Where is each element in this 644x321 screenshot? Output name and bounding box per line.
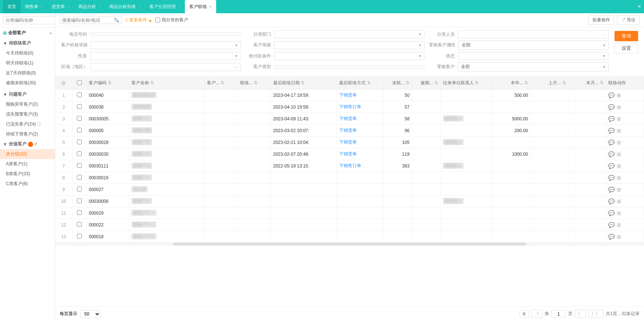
sidebar-item-abnormal[interactable]: 囤购异常客户(2) [0, 99, 55, 109]
horizontal-scrollbar[interactable] [55, 243, 644, 246]
last-contact-method[interactable]: 下销售订单 [337, 160, 383, 172]
filter-search-box[interactable]: 🔍 [60, 17, 122, 24]
row-checkbox[interactable] [77, 104, 82, 109]
last-contact-method[interactable] [337, 219, 383, 231]
message-icon[interactable]: 💬 [608, 210, 615, 216]
message-icon[interactable]: 💬 [608, 198, 615, 204]
row-check[interactable] [72, 195, 87, 207]
tab-customer-contact-close[interactable]: × [209, 4, 211, 9]
row-check[interactable] [72, 125, 87, 137]
more-actions-icon[interactable]: ⊞ [617, 222, 621, 228]
more-actions-icon[interactable]: ⊞ [617, 104, 621, 110]
last-contact-method[interactable] [337, 195, 383, 207]
sidebar-item-declining[interactable]: 持续下滑客户(2) [0, 129, 55, 139]
sidebar-item-tomorrow-pending[interactable]: 明天待联络(1) [0, 58, 55, 68]
th-this-month[interactable]: 本月... ⇅ [568, 77, 606, 89]
th-pending[interactable]: 未联... ⇅ [383, 77, 412, 89]
value-section-header[interactable]: ▼ 价值客户 ● ↺ [0, 139, 55, 149]
last-contact-method[interactable] [337, 184, 383, 195]
row-check[interactable] [72, 89, 87, 101]
row-check[interactable] [72, 231, 87, 243]
tab-customer-tier-close[interactable]: × [178, 4, 180, 9]
tab-sales-close[interactable]: × [41, 4, 43, 9]
first-page-button[interactable]: K [520, 310, 529, 318]
sidebar-item-overdue-pending[interactable]: 逾期未联络(30) [0, 78, 55, 88]
row-checkbox[interactable] [77, 187, 82, 191]
th-contacts[interactable]: 往来单位联系人 ⇅ [440, 77, 493, 89]
row-checkbox[interactable] [77, 175, 82, 180]
all-customers-header[interactable]: ⊞ 全部客户 « [0, 28, 55, 38]
more-actions-icon[interactable]: ⊞ [617, 210, 621, 216]
row-check[interactable] [72, 184, 87, 195]
sidebar-item-today-pending[interactable]: 今天待联络(0) [0, 48, 55, 58]
row-checkbox[interactable] [77, 234, 82, 239]
last-method-link[interactable]: 下销货单 [339, 140, 357, 145]
tab-purchase[interactable]: 进货单 × [47, 0, 74, 13]
query-button[interactable]: 查询 [615, 31, 638, 41]
message-icon[interactable]: 💬 [608, 151, 615, 157]
more-actions-icon[interactable]: ⊞ [617, 163, 621, 169]
search-input[interactable] [62, 18, 114, 23]
sidebar-item-ungroup[interactable]: 未分组(32) [0, 149, 55, 159]
page-number-input[interactable] [551, 310, 566, 318]
scrollbar-thumb[interactable] [173, 243, 526, 246]
more-actions-icon[interactable]: ⊞ [617, 234, 621, 240]
more-actions-icon[interactable]: ⊞ [617, 151, 621, 157]
my-customers-check[interactable] [155, 18, 160, 22]
more-actions-icon[interactable]: ⊞ [617, 175, 621, 181]
message-icon[interactable]: 💬 [608, 104, 615, 110]
message-icon[interactable]: 💬 [608, 175, 615, 181]
tab-customer-contact[interactable]: 客户联络 × [185, 0, 216, 13]
tab-product-analysis-close[interactable]: × [98, 4, 101, 9]
more-actions-icon[interactable]: ⊞ [617, 187, 621, 193]
row-checkbox[interactable] [77, 210, 82, 215]
row-checkbox[interactable] [77, 140, 82, 144]
th-year[interactable]: 本年... ⇅ [493, 77, 531, 89]
tab-product-list[interactable]: 商品分析列表 × [105, 0, 145, 13]
cust-grade-input[interactable]: ▾ [274, 41, 425, 49]
message-icon[interactable]: 💬 [608, 92, 615, 98]
message-icon[interactable]: 💬 [608, 140, 615, 145]
close-all-button[interactable]: × [638, 3, 641, 10]
tab-home[interactable]: 首页 [3, 0, 21, 13]
phone-input[interactable] [90, 33, 241, 36]
sidebar-item-churn-warning[interactable]: 流失预警客户(3) [0, 109, 55, 119]
message-icon[interactable]: 💬 [608, 234, 615, 240]
th-method[interactable]: 最后联络方式 ⇅ [337, 77, 383, 89]
last-method-link[interactable]: 下销货单 [339, 128, 357, 133]
per-page-select[interactable]: 50 100 [80, 310, 101, 318]
more-conditions-button[interactable]: ▽ 更多条件 ▲ [125, 17, 152, 23]
last-method-link[interactable]: 下销售订单 [339, 104, 361, 109]
more-actions-icon[interactable]: ⊞ [617, 92, 621, 98]
sidebar-item-week-pending[interactable]: 近7天待联络(0) [0, 68, 55, 78]
last-method-link[interactable]: 下销货单 [339, 92, 357, 98]
status-input[interactable]: ▾ [458, 52, 609, 60]
next-page-button[interactable]: 〉 [575, 310, 586, 318]
sidebar-item-class-c[interactable]: C类客户(6) [0, 179, 55, 189]
tab-purchase-close[interactable]: × [67, 4, 69, 9]
message-icon[interactable]: 💬 [608, 222, 615, 228]
row-checkbox[interactable] [77, 116, 82, 121]
th-contact[interactable]: 联络... ⇅ [237, 77, 271, 89]
last-contact-method[interactable]: 下销货单 [337, 89, 383, 101]
row-check[interactable] [72, 137, 87, 148]
export-button[interactable]: ↗ 导出 [617, 15, 640, 25]
sidebar-search-input[interactable] [3, 16, 55, 24]
last-contact-method[interactable]: 下销货单 [337, 113, 383, 125]
batch-operations-button[interactable]: 批量操作 [588, 15, 614, 25]
dept-input[interactable]: ▾ [274, 30, 425, 38]
pending-section-header[interactable]: ▼ 待联络客户 [0, 38, 55, 48]
nature-input[interactable]: ▾ [90, 52, 241, 60]
th-name[interactable]: 客户名称 ⇅ [129, 77, 204, 89]
payment-input[interactable]: ▾ [274, 52, 425, 60]
reset-button[interactable]: 设置 [615, 43, 638, 54]
filter-search-icon[interactable]: 🔍 [114, 18, 119, 23]
row-checkbox[interactable] [77, 198, 82, 203]
row-checkbox[interactable] [77, 128, 82, 133]
row-check[interactable] [72, 207, 87, 219]
last-contact-method[interactable] [337, 207, 383, 219]
last-page-button[interactable]: 〉〉 [588, 310, 603, 318]
manager-input[interactable]: ··· [458, 30, 609, 38]
retail-cust-input[interactable]: 全部 ▾ [458, 62, 609, 71]
th-overdue[interactable]: 逾期... ⇅ [412, 77, 440, 89]
